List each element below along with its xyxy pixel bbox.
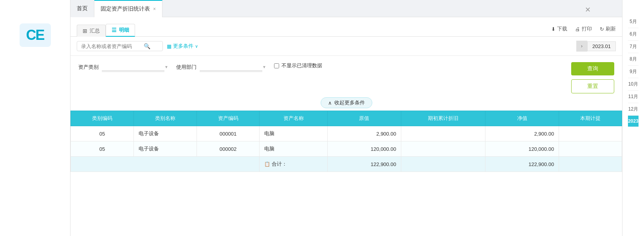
main-area: 首页 固定资产折旧统计表 × ✕ ⊞ 汇总 ☰ 明细 ⬇ 下载 [70, 0, 622, 236]
table-header-row: 类别编码 类别名称 资产编码 资产名称 原值 期初累计折旧 净值 本期计提 [71, 111, 622, 126]
summary-acc-dep [401, 157, 485, 172]
summary-original-value: 122,900.00 [327, 157, 401, 172]
col-header-asset-name: 资产名称 [260, 111, 327, 126]
hide-cleared-wrap[interactable]: 不显示已清理数据 [274, 62, 322, 69]
month-item[interactable]: 9月 [628, 66, 639, 78]
dept-arrow: ▼ [262, 65, 266, 69]
month-item[interactable]: 12月 [628, 103, 639, 116]
download-icon: ⬇ [551, 26, 556, 32]
asset-type-label: 资产类别 [78, 64, 99, 71]
month-item[interactable]: 7月 [628, 41, 639, 53]
right-sidebar: 5月6月7月8月9月10月11月12月2023 [622, 0, 644, 236]
cell-asset-code: 000001 [197, 126, 260, 141]
tab-home[interactable]: 首页 [70, 0, 94, 17]
cell-acc-dep [401, 141, 485, 157]
date-display: 2023.01 [587, 41, 616, 51]
table-row: 05 电子设备 000001 电脑 2,900.00 2,900.00 [71, 126, 622, 141]
expand-arrow-icon: ∨ [195, 44, 198, 49]
download-btn[interactable]: ⬇ 下载 [551, 25, 567, 32]
download-label: 下载 [557, 25, 567, 32]
refresh-btn[interactable]: ↻ 刷新 [600, 25, 616, 32]
month-item[interactable]: 5月 [628, 16, 639, 28]
reset-btn[interactable]: 重置 [571, 79, 614, 93]
col-header-asset-code: 资产编码 [197, 111, 260, 126]
tab-detail[interactable]: ☰ 明细 [106, 24, 135, 37]
summary-label-cell [71, 157, 260, 172]
cell-original-value: 2,900.00 [327, 126, 401, 141]
toolbar-actions: ⬇ 下载 🖨 打印 ↻ 刷新 [551, 25, 616, 36]
col-header-current-dep: 本期计提 [559, 111, 622, 126]
search-input-wrap[interactable]: 🔍 [77, 41, 163, 51]
hide-cleared-label: 不显示已清理数据 [281, 62, 322, 69]
logo: CE [20, 23, 51, 47]
tab-summary-label: 汇总 [90, 27, 100, 34]
date-badge: › 2023.01 [576, 41, 616, 52]
tab-close-btn[interactable]: × [153, 6, 156, 12]
month-item[interactable]: 10月 [628, 78, 639, 91]
filter-area: 资产类别 ▼ 使用部门 ▼ 不显示已清理数据 查询 重置 [70, 56, 622, 93]
cell-cat-code: 05 [71, 126, 134, 141]
cell-cat-name: 电子设备 [133, 141, 197, 157]
asset-type-arrow: ▼ [164, 65, 168, 69]
hide-cleared-checkbox[interactable] [274, 63, 279, 68]
date-expand-btn[interactable]: › [576, 41, 587, 52]
refresh-label: 刷新 [606, 25, 616, 32]
asset-type-input[interactable] [102, 63, 164, 71]
table-row: 05 电子设备 000002 电脑 120,000.00 120,000.00 [71, 141, 622, 157]
cell-cat-name: 电子设备 [133, 126, 197, 141]
summary-icon: 📋 [264, 161, 270, 167]
tab-detail-label: 明细 [119, 27, 129, 34]
col-header-accumulated-dep: 期初累计折旧 [401, 111, 485, 126]
tab-summary[interactable]: ⊞ 汇总 [77, 25, 106, 37]
cell-cat-code: 05 [71, 141, 134, 157]
summary-cur-dep [559, 157, 622, 172]
col-header-net-value: 净值 [485, 111, 559, 126]
col-header-category-code: 类别编码 [71, 111, 134, 126]
print-icon: 🖨 [575, 26, 580, 32]
tab-bar: 首页 固定资产折旧统计表 × ✕ [70, 0, 622, 17]
table-wrap: 类别编码 类别名称 资产编码 资产名称 原值 期初累计折旧 净值 本期计提 05… [70, 111, 622, 236]
cell-acc-dep [401, 126, 485, 141]
collapse-btn[interactable]: ∧ 收起更多条件 [321, 97, 372, 108]
more-filter-label: 更多条件 [173, 43, 193, 50]
dept-label: 使用部门 [176, 64, 197, 71]
cell-net-value: 2,900.00 [485, 126, 559, 141]
cell-asset-code: 000002 [197, 141, 260, 157]
cell-net-value: 120,000.00 [485, 141, 559, 157]
detail-icon: ☰ [112, 27, 117, 33]
summary-row: 📋合计： 122,900.00 122,900.00 [71, 157, 622, 172]
dept-input[interactable] [200, 63, 262, 71]
month-item[interactable]: 6月 [628, 28, 639, 41]
sub-tab-bar: ⊞ 汇总 ☰ 明细 ⬇ 下载 🖨 打印 ↻ 刷新 [70, 17, 622, 37]
more-filter-btn[interactable]: ▦ 更多条件 ∨ [167, 43, 198, 50]
data-table: 类别编码 类别名称 资产编码 资产名称 原值 期初累计折旧 净值 本期计提 05… [70, 111, 622, 172]
month-item[interactable]: 8月 [628, 53, 639, 66]
cell-original-value: 120,000.00 [327, 141, 401, 157]
search-bar: 🔍 ▦ 更多条件 ∨ › 2023.01 [70, 37, 622, 56]
logo-area: CE [0, 0, 70, 236]
dept-filter: 使用部门 ▼ [176, 62, 262, 72]
month-item[interactable]: 2023 [628, 116, 639, 127]
asset-type-filter: 资产类别 ▼ [78, 62, 164, 72]
filter-icon: ▦ [167, 43, 171, 49]
collapse-bar: ∧ 收起更多条件 [70, 93, 622, 111]
col-header-category-name: 类别名称 [133, 111, 197, 126]
collapse-label: 收起更多条件 [334, 99, 365, 106]
month-item[interactable]: 11月 [628, 91, 639, 103]
tab-active[interactable]: 固定资产折旧统计表 × [94, 0, 162, 17]
print-btn[interactable]: 🖨 打印 [575, 25, 592, 32]
summary-icon: ⊞ [83, 28, 87, 34]
cell-asset-name: 电脑 [260, 141, 327, 157]
content-wrapper: ⊞ 汇总 ☰ 明细 ⬇ 下载 🖨 打印 ↻ 刷新 [70, 17, 622, 236]
filter-actions: 查询 重置 [571, 62, 614, 93]
summary-net-value: 122,900.00 [485, 157, 559, 172]
cell-cur-dep [559, 141, 622, 157]
search-icon[interactable]: 🔍 [144, 43, 150, 49]
cell-asset-name: 电脑 [260, 126, 327, 141]
collapse-icon: ∧ [328, 100, 332, 106]
print-label: 打印 [582, 25, 592, 32]
search-input[interactable] [81, 43, 144, 49]
summary-label: 📋合计： [260, 157, 327, 172]
window-close-btn[interactable]: ✕ [585, 5, 591, 14]
query-btn[interactable]: 查询 [571, 62, 614, 75]
